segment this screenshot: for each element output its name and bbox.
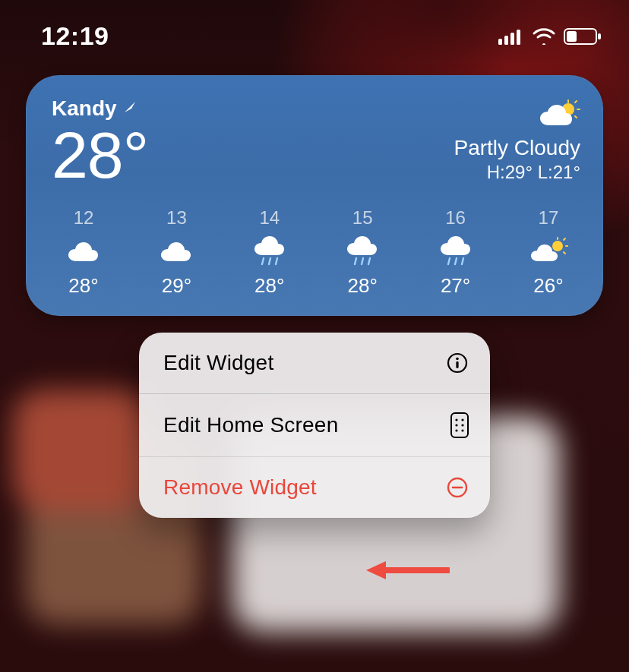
weather-temp-now: 28° bbox=[52, 122, 148, 188]
svg-line-10 bbox=[575, 101, 577, 103]
cellular-signal-icon bbox=[498, 28, 524, 45]
cloud-sun-icon bbox=[529, 236, 568, 267]
menu-item-label: Edit Widget bbox=[163, 351, 435, 375]
hour-label: 14 bbox=[259, 207, 280, 229]
hour-column: 14 28° bbox=[239, 207, 300, 298]
svg-line-20 bbox=[462, 258, 463, 264]
cloud-rain-icon bbox=[345, 236, 380, 267]
svg-rect-29 bbox=[451, 413, 468, 437]
svg-line-14 bbox=[276, 258, 277, 264]
widget-context-menu: Edit Widget Edit Home Screen Remove Widg… bbox=[139, 333, 490, 518]
location-arrow-icon bbox=[123, 100, 137, 117]
svg-line-11 bbox=[575, 116, 577, 118]
svg-rect-6 bbox=[598, 33, 601, 39]
svg-point-33 bbox=[461, 424, 463, 426]
cloud-icon bbox=[159, 236, 194, 267]
weather-location: Kandy bbox=[52, 96, 148, 121]
cloud-icon bbox=[66, 236, 101, 267]
svg-rect-5 bbox=[567, 31, 577, 42]
menu-edit-home-screen[interactable]: Edit Home Screen bbox=[139, 393, 490, 456]
partly-cloudy-icon bbox=[454, 99, 580, 130]
svg-line-13 bbox=[269, 258, 270, 264]
menu-item-label: Edit Home Screen bbox=[163, 413, 440, 437]
menu-remove-widget[interactable]: Remove Widget bbox=[139, 456, 490, 518]
info-icon bbox=[446, 352, 469, 374]
weather-condition-text: Partly Cloudy bbox=[454, 136, 580, 160]
svg-rect-28 bbox=[456, 361, 458, 368]
hour-temp: 29° bbox=[162, 274, 191, 298]
menu-item-label: Remove Widget bbox=[163, 475, 435, 500]
svg-point-32 bbox=[455, 424, 457, 426]
svg-point-31 bbox=[461, 418, 463, 421]
svg-rect-1 bbox=[504, 36, 508, 45]
hour-label: 13 bbox=[166, 207, 187, 229]
hour-temp: 26° bbox=[533, 274, 563, 298]
svg-line-16 bbox=[362, 258, 363, 264]
hour-column: 17 26° bbox=[518, 207, 579, 298]
status-bar: 12:19 bbox=[0, 0, 629, 58]
cloud-rain-icon bbox=[252, 236, 287, 267]
cloud-rain-icon bbox=[438, 236, 473, 267]
wifi-icon bbox=[532, 28, 556, 45]
svg-rect-3 bbox=[517, 30, 520, 45]
svg-marker-39 bbox=[366, 561, 386, 579]
svg-line-18 bbox=[448, 258, 450, 264]
svg-line-24 bbox=[564, 238, 565, 240]
svg-rect-2 bbox=[510, 33, 514, 45]
svg-line-12 bbox=[262, 258, 264, 264]
hour-temp: 28° bbox=[348, 274, 378, 298]
hour-column: 15 28° bbox=[332, 207, 393, 298]
svg-point-30 bbox=[455, 418, 457, 421]
svg-point-27 bbox=[456, 358, 459, 361]
hour-temp: 28° bbox=[254, 274, 284, 298]
weather-widget[interactable]: Kandy 28° Part bbox=[26, 75, 603, 316]
svg-point-34 bbox=[455, 429, 457, 431]
svg-rect-0 bbox=[498, 39, 502, 45]
apps-grid-icon bbox=[450, 412, 469, 438]
weather-location-name: Kandy bbox=[52, 96, 117, 121]
hour-label: 15 bbox=[352, 207, 373, 229]
annotation-arrow-icon bbox=[366, 559, 450, 585]
status-time: 12:19 bbox=[41, 21, 109, 51]
svg-point-21 bbox=[552, 241, 563, 251]
svg-point-35 bbox=[461, 429, 463, 431]
hour-column: 16 27° bbox=[425, 207, 486, 298]
weather-hilo: H:29° L:21° bbox=[454, 162, 580, 183]
hour-label: 16 bbox=[445, 207, 466, 229]
menu-edit-widget[interactable]: Edit Widget bbox=[139, 333, 490, 393]
hour-label: 12 bbox=[74, 207, 94, 229]
svg-line-25 bbox=[564, 252, 565, 254]
hour-label: 17 bbox=[539, 207, 559, 229]
svg-line-19 bbox=[455, 258, 457, 264]
hour-column: 13 29° bbox=[146, 207, 207, 298]
battery-icon bbox=[564, 27, 602, 46]
weather-hourly: 12 28° 13 29° 14 28° 15 28° 16 27° 17 26… bbox=[52, 207, 580, 298]
status-right bbox=[498, 27, 602, 46]
svg-line-15 bbox=[355, 258, 356, 264]
minus-circle-icon bbox=[446, 476, 469, 499]
hour-temp: 28° bbox=[68, 274, 98, 298]
svg-line-17 bbox=[368, 258, 370, 264]
hour-column: 12 28° bbox=[53, 207, 114, 298]
hour-temp: 27° bbox=[441, 274, 470, 298]
